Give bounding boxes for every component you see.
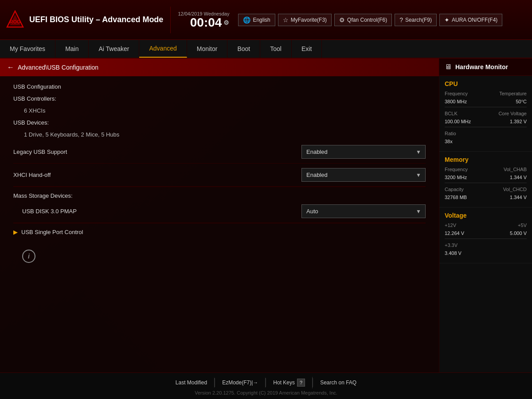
hw-voltage-title: Voltage xyxy=(445,212,527,219)
header-divider xyxy=(170,7,171,33)
aura-icon: ✦ xyxy=(444,16,450,23)
usb-disk-dropdown-wrapper: Auto Enabled Disabled ▼ xyxy=(301,204,426,218)
language-button[interactable]: 🌐 English xyxy=(238,14,275,26)
legacy-usb-dropdown[interactable]: Enabled Disabled xyxy=(301,145,426,159)
hw-cpu-divider2 xyxy=(445,127,527,127)
hw-cpu-freq-row: Frequency Temperature xyxy=(445,91,527,96)
header-logo: ROG UEFI BIOS Utility – Advanced Mode xyxy=(5,10,163,30)
hotkeys-key: ? xyxy=(297,379,305,387)
hw-voltage-section: Voltage +12V +5V 12.264 V 5.000 V +3.3V … xyxy=(439,207,532,263)
hw-monitor-panel: 🖥 Hardware Monitor CPU Frequency Tempera… xyxy=(439,59,532,372)
legacy-usb-dropdown-wrapper: Enabled Disabled ▼ xyxy=(301,145,426,159)
nav-item-aitweaker[interactable]: Ai Tweaker xyxy=(89,40,139,58)
hw-cpu-freq-val-row: 3800 MHz 50°C xyxy=(445,99,527,104)
info-area: i xyxy=(13,241,426,272)
search-faq-button[interactable]: Search on FAQ xyxy=(313,378,364,387)
legacy-usb-label: Legacy USB Support xyxy=(13,149,301,155)
hw-mem-volchcd-value: 1.344 V xyxy=(510,195,527,200)
hw-mem-divider xyxy=(445,183,527,183)
hw-monitor-title: Hardware Monitor xyxy=(455,63,508,70)
hw-mem-freq-value: 3200 MHz xyxy=(445,175,467,180)
header-toolbar: 🌐 English ☆ MyFavorite(F3) ⚙ Qfan Contro… xyxy=(238,14,502,26)
search-faq-label: Search on FAQ xyxy=(320,379,356,386)
nav-item-exit[interactable]: Exit xyxy=(292,40,322,58)
svg-text:ROG: ROG xyxy=(9,19,20,24)
hw-volt-33v-label: +3.3V xyxy=(445,243,458,248)
hw-volt-12v-label: +12V xyxy=(445,223,456,228)
hw-mem-cap-value: 32768 MB xyxy=(445,195,467,200)
myfavorite-button[interactable]: ☆ MyFavorite(F3) xyxy=(278,14,332,26)
last-modified-button[interactable]: Last Modified xyxy=(168,378,215,387)
hw-mem-freq-row: Frequency Vol_CHAB xyxy=(445,167,527,172)
hw-cpu-ratio-val-row: 38x xyxy=(445,139,527,144)
qfan-button[interactable]: ⚙ Qfan Control(F6) xyxy=(334,14,392,26)
usb-devices-value: 1 Drive, 5 Keyboards, 2 Mice, 5 Hubs xyxy=(13,129,426,141)
hw-mem-cap-label: Capacity xyxy=(445,187,464,192)
hw-cpu-bclk-label: BCLK xyxy=(445,111,458,116)
nav-item-myfavorites[interactable]: My Favorites xyxy=(0,40,55,58)
header: ROG UEFI BIOS Utility – Advanced Mode 12… xyxy=(0,0,532,40)
footer-actions: Last Modified EzMode(F7)|→ Hot Keys ? Se… xyxy=(168,377,364,388)
monitor-icon: 🖥 xyxy=(445,63,452,71)
hw-cpu-bclk-val-row: 100.00 MHz 1.392 V xyxy=(445,119,527,124)
footer: Last Modified EzMode(F7)|→ Hot Keys ? Se… xyxy=(0,372,532,399)
xhci-row: XHCI Hand-off Enabled Disabled ▼ xyxy=(13,164,426,187)
nav-item-advanced[interactable]: Advanced xyxy=(139,40,187,58)
hw-volt-12v-value: 12.264 V xyxy=(445,231,464,236)
usb-disk-dropdown[interactable]: Auto Enabled Disabled xyxy=(301,204,426,218)
hw-cpu-section: CPU Frequency Temperature 3800 MHz 50°C … xyxy=(439,76,532,152)
hw-cpu-temp-value: 50°C xyxy=(516,99,527,104)
usb-single-port-label: USB Single Port Control xyxy=(21,229,83,235)
hw-cpu-ratio-label: Ratio xyxy=(445,131,456,136)
hw-mem-volchab-value: 1.344 V xyxy=(510,175,527,180)
hw-volt-33v-value: 3.408 V xyxy=(445,250,462,256)
header-time: 00:04 ⚙ xyxy=(190,16,230,29)
app-title: UEFI BIOS Utility – Advanced Mode xyxy=(29,15,163,24)
hw-volt-12v-val-row: 12.264 V 5.000 V xyxy=(445,231,527,236)
search-button[interactable]: ? Search(F9) xyxy=(395,14,437,26)
hw-cpu-ratio-value: 38x xyxy=(445,139,453,144)
hw-mem-volchcd-label: Vol_CHCD xyxy=(503,187,527,192)
hw-volt-5v-label: +5V xyxy=(518,223,527,228)
hw-mem-volchab-label: Vol_CHAB xyxy=(504,167,527,172)
usb-controllers-row: USB Controllers: xyxy=(13,93,426,105)
hw-monitor-header: 🖥 Hardware Monitor xyxy=(439,59,532,76)
hw-cpu-temp-label: Temperature xyxy=(499,91,527,96)
settings-gear-icon[interactable]: ⚙ xyxy=(223,20,229,26)
hw-cpu-corevolt-label: Core Voltage xyxy=(498,111,527,116)
breadcrumb-back-button[interactable]: ← xyxy=(7,63,14,71)
nav-item-boot[interactable]: Boot xyxy=(227,40,260,58)
config-content: USB Configuration USB Controllers: 6 XHC… xyxy=(0,76,439,276)
hw-volt-33v-val-row: 3.408 V xyxy=(445,250,527,256)
hw-memory-title: Memory xyxy=(445,156,527,163)
hw-mem-cap-row: Capacity Vol_CHCD xyxy=(445,187,527,192)
hw-cpu-title: CPU xyxy=(445,80,527,87)
hw-volt-5v-value: 5.000 V xyxy=(510,231,527,236)
xhci-dropdown[interactable]: Enabled Disabled xyxy=(301,168,426,182)
usb-disk-label: USB DISK 3.0 PMAP xyxy=(22,208,301,215)
hw-cpu-freq-value: 3800 MHz xyxy=(445,99,467,104)
last-modified-label: Last Modified xyxy=(176,379,207,386)
help-icon: ? xyxy=(399,16,403,23)
main-layout: ← Advanced\USB Configuration USB Configu… xyxy=(0,59,532,372)
nav-item-main[interactable]: Main xyxy=(55,40,89,58)
hw-mem-cap-val-row: 32768 MB 1.344 V xyxy=(445,195,527,200)
header-datetime: 12/04/2019 Wednesday 00:04 ⚙ xyxy=(178,11,229,29)
navbar: My Favorites Main Ai Tweaker Advanced Mo… xyxy=(0,40,532,59)
nav-item-monitor[interactable]: Monitor xyxy=(187,40,228,58)
info-icon: i xyxy=(22,250,35,263)
hw-mem-freq-label: Frequency xyxy=(445,167,468,172)
ezmode-button[interactable]: EzMode(F7)|→ xyxy=(215,378,266,387)
footer-copyright: Version 2.20.1275. Copyright (C) 2019 Am… xyxy=(195,390,337,395)
xhci-dropdown-wrapper: Enabled Disabled ▼ xyxy=(301,168,426,182)
usb-devices-row: USB Devices: xyxy=(13,117,426,129)
globe-icon: 🌐 xyxy=(243,16,250,23)
usb-single-port-control-item[interactable]: ▶ USB Single Port Control xyxy=(13,223,426,241)
breadcrumb-bar: ← Advanced\USB Configuration xyxy=(0,59,439,76)
subsection-arrow-icon: ▶ xyxy=(13,229,18,235)
hotkeys-label: Hot Keys xyxy=(273,379,295,386)
nav-item-tool[interactable]: Tool xyxy=(260,40,292,58)
aura-button[interactable]: ✦ AURA ON/OFF(F4) xyxy=(439,14,502,26)
rog-logo-icon: ROG xyxy=(5,10,25,30)
hotkeys-button[interactable]: Hot Keys ? xyxy=(266,377,313,388)
